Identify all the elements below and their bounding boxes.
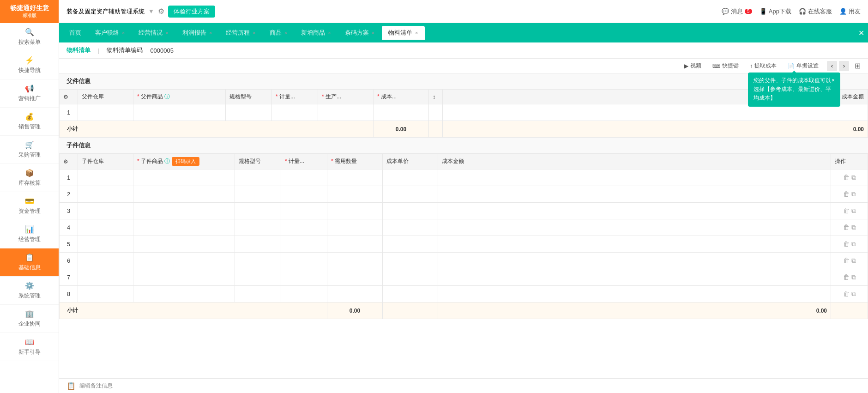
child-warehouse-cell[interactable] <box>78 269 133 286</box>
parent-col-sort[interactable]: ↕ <box>429 90 443 104</box>
tab-new-goods-close[interactable]: × <box>328 30 331 36</box>
parent-spec-cell[interactable] <box>226 104 272 121</box>
tab-barcode[interactable]: 条码方案 × <box>338 26 381 40</box>
child-warehouse-cell[interactable] <box>78 236 133 253</box>
child-goods-cell[interactable] <box>133 219 235 236</box>
online-service-item[interactable]: 🎧 在线客服 <box>799 7 832 16</box>
sidebar-item-search[interactable]: 🔍 搜索菜单 <box>0 23 59 51</box>
child-unit-cell[interactable] <box>281 186 327 203</box>
child-unit-cost-cell[interactable] <box>383 219 438 236</box>
child-unit-cost-cell[interactable] <box>383 269 438 286</box>
delete-icon[interactable]: 🗑 <box>843 290 850 298</box>
cost-btn[interactable]: ↑ 提取成本 <box>747 60 779 71</box>
close-all-icon[interactable]: ✕ <box>858 29 864 37</box>
nav-prev-btn[interactable]: ‹ <box>827 61 837 71</box>
sidebar-item-operation[interactable]: 📊 经营管理 <box>0 220 59 248</box>
message-item[interactable]: 💬 消息 5 <box>722 7 752 16</box>
child-goods-cell[interactable] <box>133 286 235 302</box>
child-unit-cost-cell[interactable] <box>383 203 438 219</box>
dropdown-icon[interactable]: ▼ <box>148 8 154 15</box>
tab-profit[interactable]: 利润报告 × <box>176 26 218 40</box>
sidebar-item-marketing[interactable]: 📢 营销推广 <box>0 79 59 108</box>
tab-goods[interactable]: 商品 × <box>263 26 294 40</box>
child-warehouse-cell[interactable] <box>78 219 133 236</box>
tab-bom-close[interactable]: × <box>415 30 418 36</box>
child-warehouse-cell[interactable] <box>78 169 133 186</box>
delete-icon[interactable]: 🗑 <box>843 207 850 215</box>
child-goods-cell[interactable] <box>133 169 235 186</box>
parent-produce-cell[interactable] <box>318 104 374 121</box>
child-spec-cell[interactable] <box>235 286 281 302</box>
child-goods-cell[interactable] <box>133 269 235 286</box>
child-spec-cell[interactable] <box>235 186 281 203</box>
child-unit-cell[interactable] <box>281 203 327 219</box>
settings-icon[interactable]: ⚙ <box>158 7 164 16</box>
child-qty-cell[interactable] <box>327 269 383 286</box>
sidebar-item-system[interactable]: ⚙️ 系统管理 <box>0 277 59 305</box>
child-unit-cost-cell[interactable] <box>383 286 438 302</box>
child-unit-cell[interactable] <box>281 219 327 236</box>
child-goods-cell[interactable] <box>133 236 235 253</box>
copy-icon[interactable]: ⧉ <box>851 257 856 265</box>
breadcrumb-bom[interactable]: 物料清单 <box>66 46 90 54</box>
tab-profit-close[interactable]: × <box>209 30 212 36</box>
tab-operation-status-close[interactable]: × <box>165 30 168 36</box>
copy-icon[interactable]: ⧉ <box>851 190 856 198</box>
tab-new-goods[interactable]: 新增商品 × <box>295 26 337 40</box>
copy-icon[interactable]: ⧉ <box>851 273 856 281</box>
nav-next-btn[interactable]: › <box>839 61 849 71</box>
child-qty-cell[interactable] <box>327 186 383 203</box>
child-spec-cell[interactable] <box>235 236 281 253</box>
delete-icon[interactable]: 🗑 <box>843 190 850 198</box>
delete-icon[interactable]: 🗑 <box>843 257 850 265</box>
child-unit-cost-cell[interactable] <box>383 236 438 253</box>
delete-icon[interactable]: 🗑 <box>843 273 850 281</box>
child-qty-cell[interactable] <box>327 286 383 302</box>
delete-icon[interactable]: 🗑 <box>843 224 850 231</box>
child-qty-cell[interactable] <box>327 203 383 219</box>
child-spec-cell[interactable] <box>235 253 281 269</box>
child-goods-cell[interactable] <box>133 186 235 203</box>
child-spec-cell[interactable] <box>235 203 281 219</box>
tab-customer-close[interactable]: × <box>122 30 125 36</box>
child-warehouse-cell[interactable] <box>78 203 133 219</box>
child-qty-cell[interactable] <box>327 219 383 236</box>
sidebar-item-quick-nav[interactable]: ⚡ 快捷导航 <box>0 51 59 79</box>
parent-goods-cell[interactable] <box>133 104 226 121</box>
child-unit-cell[interactable] <box>281 286 327 302</box>
tooltip-close[interactable]: × <box>832 76 835 85</box>
copy-icon[interactable]: ⧉ <box>851 207 856 215</box>
grid-icon[interactable]: ⊞ <box>855 61 861 70</box>
tab-goods-close[interactable]: × <box>284 30 287 36</box>
app-download-item[interactable]: 📱 App下载 <box>760 7 791 16</box>
parent-unit-cell[interactable] <box>272 104 318 121</box>
help-icon[interactable]: ⓘ <box>164 93 170 100</box>
parent-cost-cell[interactable] <box>374 104 429 121</box>
child-unit-cost-cell[interactable] <box>383 253 438 269</box>
child-col-settings[interactable]: ⚙ <box>60 154 78 169</box>
child-goods-cell[interactable] <box>133 253 235 269</box>
child-unit-cell[interactable] <box>281 169 327 186</box>
sidebar-item-purchase[interactable]: 🛒 采购管理 <box>0 136 59 164</box>
shortcut-btn[interactable]: ⌨ 快捷键 <box>710 60 741 71</box>
child-warehouse-cell[interactable] <box>78 286 133 302</box>
tab-barcode-close[interactable]: × <box>372 30 374 36</box>
tab-operation-status[interactable]: 经营情况 × <box>132 26 175 40</box>
sidebar-item-basic[interactable]: 📋 基础信息 <box>0 248 59 277</box>
tab-history-close[interactable]: × <box>253 30 255 36</box>
tab-history[interactable]: 经营历程 × <box>219 26 262 40</box>
copy-icon[interactable]: ⧉ <box>851 240 856 248</box>
child-unit-cell[interactable] <box>281 236 327 253</box>
help-icon2[interactable]: ⓘ <box>164 158 170 164</box>
delete-icon[interactable]: 🗑 <box>843 240 850 248</box>
child-qty-cell[interactable] <box>327 236 383 253</box>
view-btn[interactable]: ▶ 视频 <box>681 60 704 71</box>
sidebar-item-sales[interactable]: 💰 销售管理 <box>0 108 59 136</box>
single-setting-btn[interactable]: 📄 单据设置 <box>785 60 821 71</box>
copy-icon[interactable]: ⧉ <box>851 174 856 181</box>
trial-button[interactable]: 体验行业方案 <box>168 6 215 18</box>
child-qty-cell[interactable] <box>327 253 383 269</box>
child-qty-cell[interactable] <box>327 169 383 186</box>
child-spec-cell[interactable] <box>235 169 281 186</box>
copy-icon[interactable]: ⧉ <box>851 290 856 298</box>
